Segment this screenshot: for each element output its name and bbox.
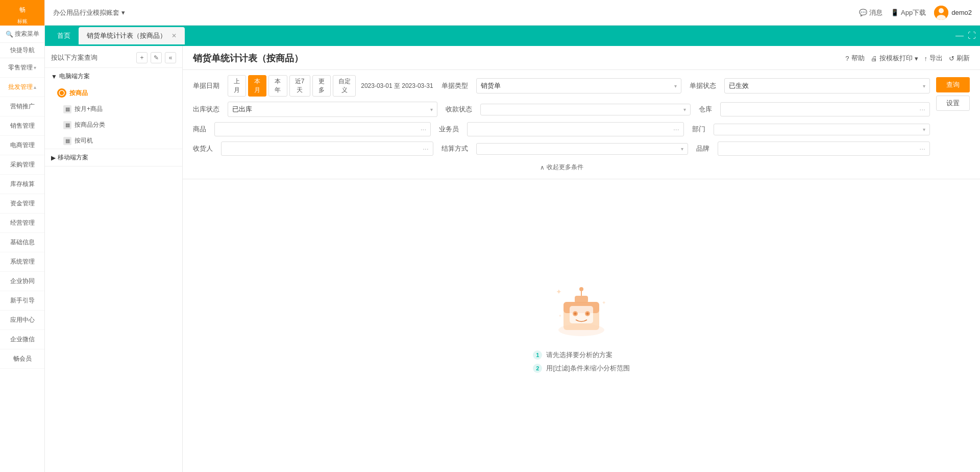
date-last-7-btn[interactable]: 近7天 [289, 75, 310, 97]
collapse-filters-btn[interactable]: ∧ 收起更多条件 [540, 163, 583, 172]
date-more-btn[interactable]: 更多 [312, 75, 331, 97]
filter-row-2: 出库状态 已出库 ▾ 收款状态 ▾ 仓库 ·· [193, 102, 930, 117]
sidebar-item-purchase[interactable]: 采购管理 [0, 155, 44, 175]
collapse-up-icon: ∧ [540, 164, 545, 171]
sidebar-item-marketing[interactable]: 营销推广 [0, 97, 44, 116]
left-panel-title: 按以下方案查询 [51, 53, 97, 62]
user-menu[interactable]: demo2 [934, 6, 972, 20]
industry-selector[interactable]: 办公用品行业模拟账套 ▾ [53, 8, 125, 17]
sidebar-item-appcenter-label: 应用中心 [10, 316, 35, 323]
brand-input[interactable]: ··· [718, 141, 930, 156]
app-download-btn[interactable]: 📱 App下载 [891, 8, 926, 17]
export-btn[interactable]: ↑ 导出 [924, 54, 943, 63]
add-scheme-btn[interactable]: + [136, 52, 148, 63]
sidebar-item-appcenter[interactable]: 应用中心 [0, 311, 44, 330]
message-btn[interactable]: 💬 消息 [859, 8, 883, 17]
mobile-scheme-header[interactable]: ▶ 移动端方案 [45, 149, 182, 166]
scheme-by-product[interactable]: 按商品 [45, 85, 182, 101]
tab-close-icon[interactable]: ✕ [172, 32, 177, 39]
consignee-dots-icon: ··· [423, 145, 429, 153]
chevron-right-icon: ▾ [34, 65, 36, 70]
salesperson-input[interactable]: ··· [467, 122, 683, 136]
sidebar-item-purchase-label: 采购管理 [10, 161, 35, 168]
logo-text: 标账 [17, 18, 28, 25]
date-custom-btn[interactable]: 自定义 [333, 75, 356, 97]
tab-home[interactable]: 首页 [49, 27, 79, 44]
refresh-btn[interactable]: ↺ 刷新 [949, 54, 970, 63]
search-menu-btn[interactable]: 🔍 搜索菜单 [0, 26, 44, 43]
sidebar-menu: 零售管理 ▾ 批发管理 ▴ 营销推广 销售管理 电商管理 采购管理 库存核算 资… [0, 58, 44, 472]
filter-row-1: 单据日期 上月 本月 本年 近7天 更多 自定义 2023-03-01 至 20… [193, 75, 930, 97]
goods-dots-icon: ··· [421, 125, 427, 133]
header-left: 办公用品行业模拟账套 ▾ [53, 8, 125, 17]
sidebar-item-member[interactable]: 畅会员 [0, 349, 44, 369]
warehouse2-dots-icon: ··· [919, 105, 925, 113]
salesperson-label: 业务员 [439, 125, 459, 134]
date-this-year-btn[interactable]: 本年 [268, 75, 287, 97]
collapse-section: ∧ 收起更多条件 [193, 161, 930, 174]
search-btn[interactable]: 查询 [936, 77, 970, 92]
scheme-by-month-product[interactable]: ▦ 按月+商品 [45, 101, 182, 117]
doc-type-selector[interactable]: 销货单 ▾ [476, 78, 682, 93]
month-product-icon: ▦ [63, 105, 71, 113]
sidebar-item-basic-label: 基础信息 [10, 239, 35, 246]
tab-minimize-btn[interactable]: — [955, 31, 964, 40]
settlement-selector[interactable]: ▾ [476, 143, 689, 155]
dept-arrow-icon: ▾ [923, 127, 925, 132]
settlement-label: 结算方式 [442, 144, 468, 153]
sidebar-item-inventory-label: 库存核算 [10, 180, 35, 187]
sidebar-item-newguide[interactable]: 新手引导 [0, 291, 44, 311]
sidebar-item-ecommerce[interactable]: 电商管理 [0, 136, 44, 155]
collapse-panel-btn[interactable]: « [165, 52, 176, 63]
settings-btn[interactable]: 设置 [936, 96, 970, 111]
pc-scheme-header[interactable]: ▼ 电脑端方案 [45, 68, 182, 85]
tab-sales-stat[interactable]: 销货单统计计表（按商品） ✕ [79, 27, 185, 44]
payment-status-selector[interactable]: ▾ [480, 104, 690, 115]
sidebar-item-finance[interactable]: 资金管理 [0, 194, 44, 214]
scheme-by-product-label: 按商品 [69, 89, 88, 98]
dept-selector[interactable]: ▾ [714, 124, 930, 135]
warehouse-status-selector[interactable]: 已出库 ▾ [228, 102, 437, 117]
sidebar-item-enterprise[interactable]: 企业协同 [0, 272, 44, 291]
date-this-month-btn[interactable]: 本月 [248, 75, 266, 97]
sidebar-item-operation[interactable]: 经营管理 [0, 214, 44, 233]
header-right: 💬 消息 📱 App下载 demo2 [859, 6, 972, 20]
tab-maximize-btn[interactable]: ⛶ [968, 31, 976, 40]
tip-2-text: 用[过滤]条件来缩小分析范围 [546, 364, 629, 373]
sidebar-item-system[interactable]: 系统管理 [0, 252, 44, 272]
date-last-month-btn[interactable]: 上月 [228, 75, 246, 97]
sidebar-item-retail[interactable]: 零售管理 ▾ [0, 58, 44, 78]
tab-bar-actions: — ⛶ [955, 31, 976, 40]
app-logo[interactable]: 畅 标账 [0, 0, 44, 26]
sidebar-item-corpwechat[interactable]: 企业微信 [0, 330, 44, 349]
doc-status-selector[interactable]: 已生效 ▾ [724, 78, 930, 93]
consignee-input[interactable]: ··· [221, 141, 433, 156]
tab-home-label: 首页 [57, 31, 70, 40]
edit-scheme-btn[interactable]: ✎ [151, 52, 162, 63]
scheme-by-category[interactable]: ▦ 按商品分类 [45, 117, 182, 133]
sidebar-item-inventory[interactable]: 库存核算 [0, 175, 44, 194]
print-dropdown-icon: ▾ [915, 55, 918, 62]
chevron-up-icon: ▴ [34, 84, 36, 90]
template-print-btn[interactable]: 🖨 按模板打印 ▾ [871, 54, 918, 63]
svg-text:✦: ✦ [556, 288, 562, 296]
warehouse2-input[interactable]: ··· [720, 102, 930, 116]
sidebar-item-basic[interactable]: 基础信息 [0, 233, 44, 252]
page-header: 销货单统计计表（按商品） ? 帮助 🖨 按模板打印 ▾ ↑ [183, 46, 980, 70]
goods-input[interactable]: ··· [214, 122, 431, 136]
payment-status-label: 收款状态 [446, 105, 472, 114]
left-panel: 按以下方案查询 + ✎ « ▼ 电脑端方案 [45, 46, 183, 472]
mobile-scheme-group: ▶ 移动端方案 [45, 149, 182, 167]
sidebar-item-wholesale[interactable]: 批发管理 ▴ [0, 78, 44, 97]
left-panel-header: 按以下方案查询 + ✎ « [45, 46, 182, 68]
tab-bar: 首页 销货单统计计表（按商品） ✕ — ⛶ [45, 26, 980, 46]
sidebar-item-sales[interactable]: 销售管理 [0, 116, 44, 136]
scheme-by-cashier[interactable]: ▦ 按司机 [45, 133, 182, 149]
quick-nav-btn[interactable]: 快捷导航 [0, 43, 44, 58]
help-icon: ? [845, 55, 849, 62]
message-label: 消息 [869, 8, 883, 17]
salesperson-dots-icon: ··· [673, 125, 679, 133]
svg-text:畅: 畅 [19, 6, 26, 13]
help-btn[interactable]: ? 帮助 [845, 54, 864, 63]
sidebar-item-marketing-label: 营销推广 [10, 103, 35, 110]
